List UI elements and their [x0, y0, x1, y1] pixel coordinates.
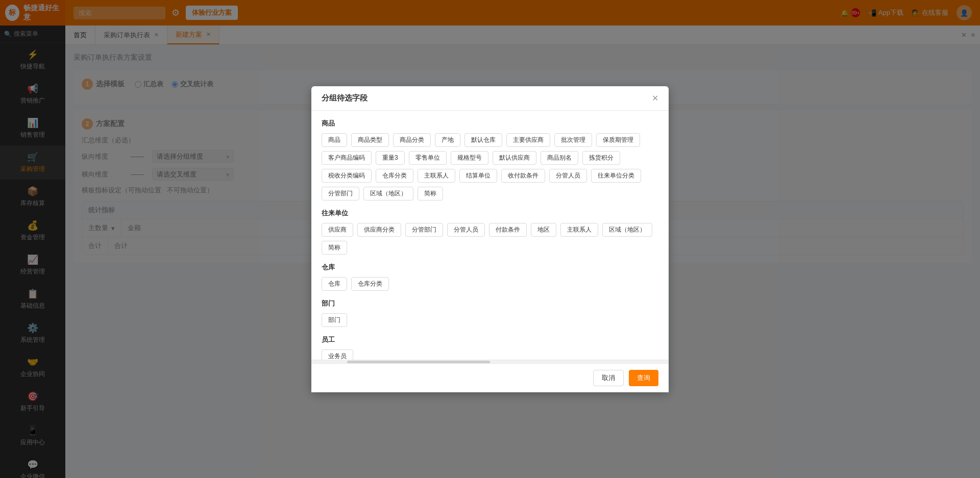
- field-tag[interactable]: 规格型号: [451, 151, 488, 165]
- modal-footer: 取消 查询: [311, 363, 669, 392]
- field-tag[interactable]: 保质期管理: [596, 133, 640, 147]
- section-department-title: 部门: [322, 299, 658, 308]
- field-tag[interactable]: 部门: [322, 313, 347, 327]
- section-department: 部门 部门: [322, 299, 658, 327]
- modal-header: 分组待选字段 ✕: [311, 86, 669, 111]
- cancel-button[interactable]: 取消: [593, 370, 624, 386]
- field-tag[interactable]: 供应商分类: [357, 223, 401, 237]
- modal-body: 商品 商品 商品类型 商品分类 产地 默认仓库 主要供应商 批次管理 保质期管理…: [311, 111, 669, 360]
- field-tag[interactable]: 付款条件: [489, 223, 527, 237]
- field-tag[interactable]: 主联系人: [418, 169, 455, 183]
- field-tag[interactable]: 结算单位: [459, 169, 497, 183]
- section-counterpart: 往来单位 供应商 供应商分类 分管部门 分管人员 付款条件 地区 主联系人 区域…: [322, 209, 658, 255]
- field-tag[interactable]: 分管人员: [549, 169, 587, 183]
- field-tag[interactable]: 重量3: [376, 151, 405, 165]
- section-warehouse: 仓库 仓库 仓库分类: [322, 263, 658, 291]
- field-tag[interactable]: 商品: [322, 133, 347, 147]
- section-employee-fields: 业务员: [322, 349, 658, 360]
- field-tag[interactable]: 区域（地区）: [602, 223, 652, 237]
- field-tag[interactable]: 简称: [418, 187, 443, 200]
- field-tag[interactable]: 客户商品编码: [322, 151, 372, 165]
- field-tag[interactable]: 仓库分类: [351, 277, 389, 291]
- field-tag[interactable]: 地区: [531, 223, 556, 237]
- field-tag[interactable]: 分管部门: [322, 187, 359, 200]
- field-tag[interactable]: 主要供应商: [506, 133, 550, 147]
- field-tag[interactable]: 默认仓库: [464, 133, 502, 147]
- field-tag[interactable]: 产地: [435, 133, 460, 147]
- main-content: ⚙ 体验行业方案 🔔 99+ 📲 App下载 💁 在线客服 👤: [65, 0, 980, 478]
- field-tag[interactable]: 主联系人: [560, 223, 598, 237]
- field-tag[interactable]: 零售单位: [409, 151, 447, 165]
- field-tag[interactable]: 默认供应商: [493, 151, 536, 165]
- section-employee-title: 员工: [322, 335, 658, 344]
- field-tag[interactable]: 税收分类编码: [322, 169, 372, 183]
- section-goods: 商品 商品 商品类型 商品分类 产地 默认仓库 主要供应商 批次管理 保质期管理…: [322, 119, 658, 200]
- modal-overlay: 分组待选字段 ✕ 商品 商品 商品类型 商品分类 产地 默认仓库 主要供应商: [65, 0, 980, 478]
- field-tag[interactable]: 仓库分类: [376, 169, 413, 183]
- field-tag[interactable]: 商品别名: [541, 151, 578, 165]
- section-counterpart-title: 往来单位: [322, 209, 658, 218]
- field-tag[interactable]: 分管人员: [447, 223, 485, 237]
- section-employee: 员工 业务员: [322, 335, 658, 360]
- section-warehouse-fields: 仓库 仓库分类: [322, 277, 658, 291]
- field-selection-modal: 分组待选字段 ✕ 商品 商品 商品类型 商品分类 产地 默认仓库 主要供应商: [311, 86, 669, 392]
- field-tag[interactable]: 往来单位分类: [591, 169, 641, 183]
- field-tag[interactable]: 拣货积分: [582, 151, 620, 165]
- section-warehouse-title: 仓库: [322, 263, 658, 272]
- section-department-fields: 部门: [322, 313, 658, 327]
- field-tag[interactable]: 商品类型: [351, 133, 389, 147]
- modal-title: 分组待选字段: [322, 93, 368, 103]
- field-tag[interactable]: 商品分类: [393, 133, 431, 147]
- field-tag[interactable]: 仓库: [322, 277, 347, 291]
- field-tag[interactable]: 分管部门: [405, 223, 443, 237]
- confirm-button[interactable]: 查询: [629, 370, 658, 386]
- field-tag[interactable]: 简称: [322, 241, 347, 255]
- modal-close-button[interactable]: ✕: [652, 93, 658, 103]
- field-tag[interactable]: 业务员: [322, 349, 353, 360]
- field-tag[interactable]: 收付款条件: [501, 169, 545, 183]
- field-tag[interactable]: 批次管理: [554, 133, 592, 147]
- section-counterpart-fields: 供应商 供应商分类 分管部门 分管人员 付款条件 地区 主联系人 区域（地区） …: [322, 223, 658, 255]
- field-tag[interactable]: 供应商: [322, 223, 353, 237]
- section-goods-fields: 商品 商品类型 商品分类 产地 默认仓库 主要供应商 批次管理 保质期管理 客户…: [322, 133, 658, 200]
- field-tag[interactable]: 区域（地区）: [363, 187, 413, 200]
- section-goods-title: 商品: [322, 119, 658, 128]
